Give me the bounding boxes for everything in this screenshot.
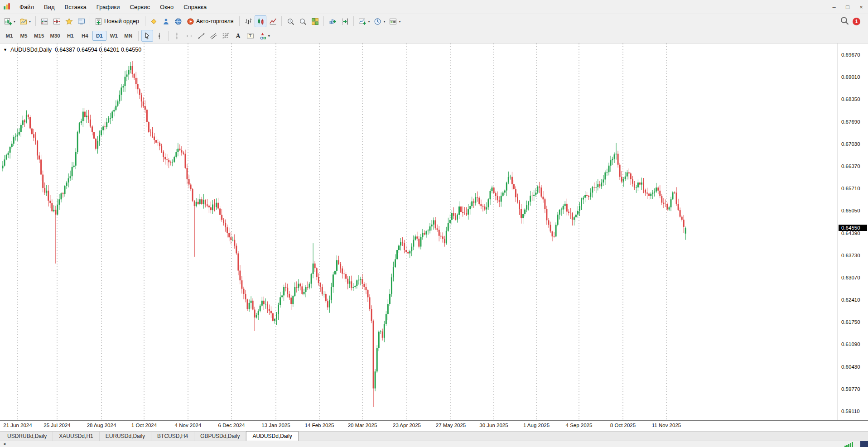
trendline-tool[interactable] — [196, 30, 207, 42]
timeframe-m30[interactable]: M30 — [47, 31, 63, 41]
zoom-in-button[interactable] — [285, 15, 296, 27]
price-axis[interactable]: 0.696700.690100.683500.676900.670300.663… — [838, 43, 868, 420]
close-button[interactable]: × — [854, 0, 868, 14]
time-axis[interactable]: 21 Jun 202425 Jul 202428 Aug 20241 Oct 2… — [0, 420, 868, 431]
tab-usdrubd-daily[interactable]: USDRUBd,Daily — [1, 432, 53, 441]
text-icon: A — [234, 32, 242, 40]
metaeditor-button[interactable] — [148, 15, 160, 27]
tab-xauusdd-h1[interactable]: XAUUSDd,H1 — [53, 432, 99, 441]
search-icon[interactable] — [840, 16, 849, 26]
bars-chart-button[interactable] — [242, 15, 254, 27]
text-tool[interactable]: A — [232, 30, 244, 42]
symbol-dropdown-icon[interactable]: ▼ — [3, 48, 7, 52]
connection-signal-icon — [844, 442, 853, 447]
market-watch-button[interactable] — [39, 15, 50, 27]
chart-shift-button[interactable] — [339, 15, 351, 27]
label-tool[interactable]: T — [245, 30, 256, 42]
timeframe-mn[interactable]: MN — [121, 31, 135, 41]
fibonacci-tool[interactable] — [220, 30, 232, 42]
timeframe-m5[interactable]: M5 — [17, 31, 31, 41]
menu-view[interactable]: Вид — [39, 0, 60, 14]
time-tick: 11 Nov 2025 — [652, 423, 681, 428]
tab-btcusd-h4[interactable]: BTCUSD,H4 — [151, 432, 194, 441]
shapes-tool[interactable]: ▾ — [257, 30, 272, 42]
new-chart-button[interactable]: ▾ — [2, 15, 17, 27]
tab-scroll-left-icon[interactable]: ◄ — [0, 441, 9, 447]
tile-windows-icon — [311, 18, 319, 25]
toolbar-separator — [323, 16, 324, 26]
candles-chart-button[interactable] — [255, 15, 266, 27]
templates-button[interactable]: ▾ — [387, 15, 402, 27]
data-window-button[interactable] — [51, 15, 63, 27]
zoom-out-button[interactable] — [297, 15, 309, 27]
tab-audusdd-daily[interactable]: AUDUSDd,Daily — [246, 431, 298, 441]
resize-grip — [860, 441, 868, 447]
tile-windows-button[interactable] — [309, 15, 321, 27]
chart-candles-icon — [257, 18, 265, 25]
crosshair-tool[interactable] — [154, 30, 165, 42]
cursor-icon — [143, 32, 151, 40]
timeframe-h1[interactable]: H1 — [63, 31, 77, 41]
globe-icon — [174, 18, 182, 25]
timeframe-m15[interactable]: M15 — [31, 31, 47, 41]
periods-button[interactable]: ▾ — [372, 15, 387, 27]
menu-file[interactable]: Файл — [14, 0, 39, 14]
vertical-line-tool[interactable] — [171, 30, 183, 42]
toolbar-separator — [90, 16, 90, 26]
menu-help[interactable]: Справка — [178, 0, 212, 14]
time-tick: 8 Oct 2025 — [610, 423, 636, 428]
indicators-button[interactable]: ▾ — [357, 15, 371, 27]
menu-window[interactable]: Окно — [155, 0, 178, 14]
timeframe-m1[interactable]: M1 — [2, 31, 16, 41]
horizontal-line-tool[interactable] — [183, 30, 195, 42]
signal-bar — [852, 442, 853, 447]
hline-icon — [185, 32, 193, 40]
chart-tab-bar: USDRUBd,DailyXAUUSDd,H1EURUSDd,DailyBTCU… — [0, 431, 868, 441]
signal-bar — [848, 444, 849, 447]
template-icon — [389, 18, 397, 25]
tab-eurusdd-daily[interactable]: EURUSDd,Daily — [100, 432, 151, 441]
navigator-icon — [65, 18, 73, 25]
menu-tools[interactable]: Сервис — [125, 0, 155, 14]
ohlc-info-line: ▼ AUDUSDd,Daily 0.64387 0.64594 0.64201 … — [3, 47, 141, 53]
menu-insert[interactable]: Вставка — [60, 0, 92, 14]
equidistant-channel-tool[interactable] — [208, 30, 220, 42]
timeframe-d1[interactable]: D1 — [92, 31, 106, 41]
status-bar: ◄ — [0, 441, 868, 447]
toolbar-separator — [168, 31, 169, 41]
shapes-icon — [259, 32, 266, 40]
timeframe-h4[interactable]: H4 — [78, 31, 92, 41]
restore-button[interactable]: □ — [841, 0, 854, 14]
chart-shift-icon — [341, 18, 349, 25]
terminal-icon — [77, 18, 85, 25]
chevron-down-icon: ▾ — [399, 19, 400, 24]
price-tick: 0.67690 — [841, 119, 860, 125]
svg-text:T: T — [249, 33, 252, 38]
profiles-button[interactable]: ▾ — [18, 15, 33, 27]
minimize-button[interactable]: – — [827, 0, 841, 14]
line-chart-button[interactable] — [267, 15, 279, 27]
toolbox-button[interactable] — [75, 15, 87, 27]
chart-plot[interactable] — [0, 43, 838, 420]
timeframe-w1[interactable]: W1 — [107, 31, 121, 41]
notifications-badge[interactable]: 1 — [853, 18, 860, 25]
chart-new-icon — [4, 18, 12, 25]
search-icon — [840, 16, 849, 25]
algo-trading-editor-button[interactable] — [160, 15, 172, 27]
fibo-icon — [222, 32, 230, 40]
price-tick: 0.63730 — [841, 253, 860, 258]
autotrade-button[interactable]: Авто-торговля — [185, 15, 237, 27]
toolbar-separator — [138, 31, 139, 41]
price-tick: 0.61750 — [841, 319, 860, 325]
new-order-button[interactable]: Новый ордер — [93, 15, 142, 27]
community-button[interactable] — [173, 15, 184, 27]
tab-gbpusdd-daily[interactable]: GBPUSDd,Daily — [194, 432, 246, 441]
cursor-tool[interactable] — [141, 30, 153, 42]
mt-logo-icon — [3, 2, 11, 10]
autoscroll-button[interactable] — [327, 15, 338, 27]
time-tick: 4 Nov 2024 — [175, 423, 202, 428]
menu-charts[interactable]: Графики — [92, 0, 125, 14]
time-tick: 14 Feb 2025 — [305, 423, 334, 428]
svg-text:A: A — [236, 32, 241, 39]
navigator-button[interactable] — [63, 15, 75, 27]
